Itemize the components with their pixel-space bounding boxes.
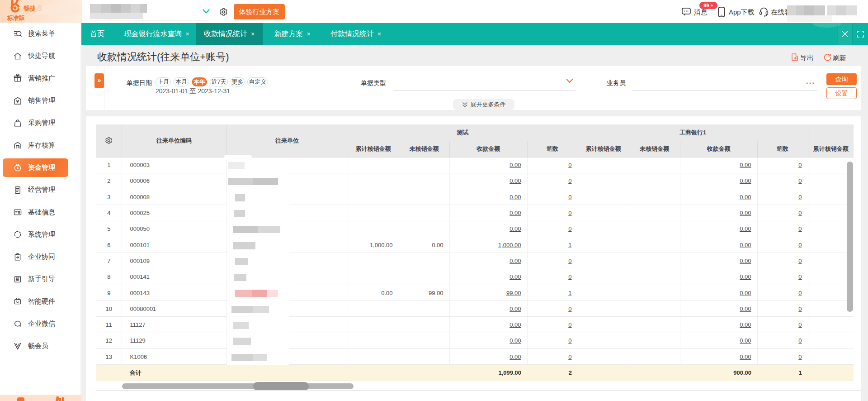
svg-text:新: 新 <box>15 277 20 282</box>
svg-text:¥: ¥ <box>17 166 19 171</box>
